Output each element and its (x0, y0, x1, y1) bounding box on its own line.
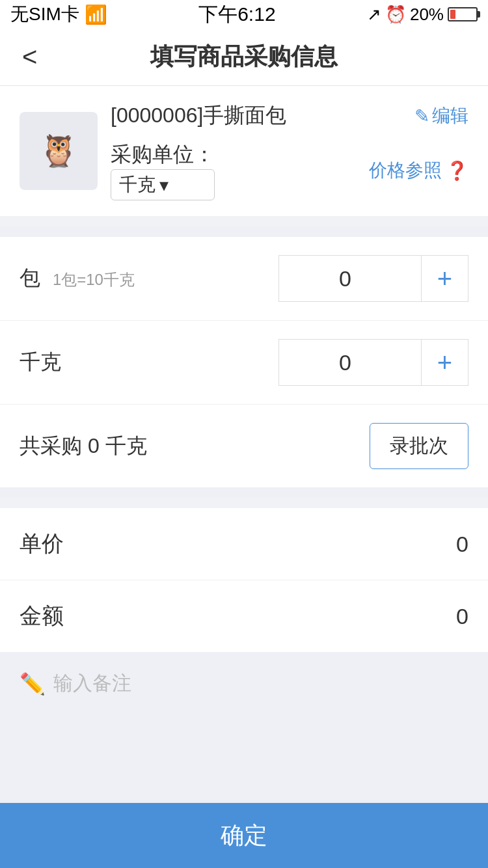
wifi-icon: 📶 (85, 4, 107, 25)
battery-icon (448, 7, 478, 21)
quantity-label-text-kg: 千克 (20, 350, 61, 373)
unit-label-group: 采购单位： 千克 ▾ (111, 141, 215, 200)
unit-price-label: 单价 (20, 529, 64, 559)
quantity-plus-kg[interactable]: + (422, 339, 468, 386)
unit-row: 采购单位： 千克 ▾ 价格参照 ❓ (111, 141, 468, 200)
status-bar: 无SIM卡 📶 下午6:12 ↗ ⏰ 20% (0, 0, 488, 29)
status-right: ↗ ⏰ 20% (367, 5, 478, 25)
back-button[interactable]: < (16, 36, 44, 78)
status-time: 下午6:12 (198, 1, 275, 28)
quantity-input-bao[interactable] (278, 255, 422, 302)
quantity-sub-text: 1包=10千克 (53, 271, 135, 288)
amount-value: 0 (456, 604, 468, 629)
edit-label: 编辑 (432, 103, 468, 128)
edit-icon: ✎ (414, 105, 429, 127)
divider-2 (0, 487, 488, 498)
unit-value: 千克 (119, 172, 156, 197)
unit-label: 采购单位： (111, 142, 215, 166)
summary-row: 共采购 0 千克 录批次 (0, 405, 488, 487)
notes-placeholder: 输入备注 (53, 670, 131, 697)
product-card: 🦉 [0000006]手撕面包 ✎ 编辑 采购单位： 千克 ▾ 价格参照 ❓ (0, 86, 488, 216)
page-title: 填写商品采购信息 (150, 41, 338, 73)
chevron-down-icon: ▾ (159, 174, 169, 196)
product-logo: 🦉 (39, 133, 78, 169)
quantity-label-text: 包 (20, 266, 40, 290)
product-name: [0000006]手撕面包 (111, 102, 286, 130)
carrier-label: 无SIM卡 (10, 2, 79, 27)
confirm-button[interactable]: 确定 (0, 803, 488, 868)
notes-section[interactable]: ✏️ 输入备注 (0, 652, 488, 715)
quantity-plus-bao[interactable]: + (422, 255, 468, 302)
quantity-input-group-kg: + (278, 339, 468, 386)
edit-button[interactable]: ✎ 编辑 (414, 103, 468, 128)
amount-row: 金额 0 (0, 580, 488, 652)
battery-percent: 20% (410, 5, 444, 25)
pencil-icon: ✏️ (20, 671, 46, 696)
summary-unit: 千克 (105, 434, 147, 457)
plus-icon-kg: + (437, 348, 452, 377)
summary-text: 共采购 0 千克 (20, 432, 147, 461)
unit-price-value: 0 (456, 532, 468, 557)
price-section: 单价 0 金额 0 (0, 508, 488, 652)
price-ref-label: 价格参照 (369, 158, 442, 183)
location-icon: ↗ (367, 5, 381, 25)
summary-value: 0 (88, 434, 105, 457)
back-icon: < (22, 42, 37, 71)
unit-select[interactable]: 千克 ▾ (111, 169, 215, 200)
amount-label: 金额 (20, 601, 64, 631)
alarm-icon: ⏰ (385, 5, 406, 25)
quantity-section: 包 1包=10千克 + 千克 + (0, 237, 488, 405)
product-image: 🦉 (20, 112, 98, 190)
summary-prefix: 共采购 (20, 434, 82, 457)
product-name-row: [0000006]手撕面包 ✎ 编辑 (111, 102, 468, 130)
unit-price-row: 单价 0 (0, 508, 488, 580)
quantity-label-kg: 千克 (20, 348, 61, 377)
quantity-input-kg[interactable] (278, 339, 422, 386)
divider-1 (0, 226, 488, 237)
nav-bar: < 填写商品采购信息 (0, 29, 488, 86)
plus-icon: + (437, 264, 452, 293)
price-ref-button[interactable]: 价格参照 ❓ (369, 158, 468, 183)
quantity-label-bao: 包 1包=10千克 (20, 264, 135, 293)
status-left: 无SIM卡 📶 (10, 2, 107, 27)
quantity-input-group-bao: + (278, 255, 468, 302)
quantity-row-kg: 千克 + (0, 321, 488, 405)
record-batch-button[interactable]: 录批次 (370, 423, 468, 469)
product-info: [0000006]手撕面包 ✎ 编辑 采购单位： 千克 ▾ 价格参照 ❓ (111, 102, 468, 200)
quantity-row-bao: 包 1包=10千克 + (0, 237, 488, 321)
help-icon: ❓ (446, 160, 468, 182)
